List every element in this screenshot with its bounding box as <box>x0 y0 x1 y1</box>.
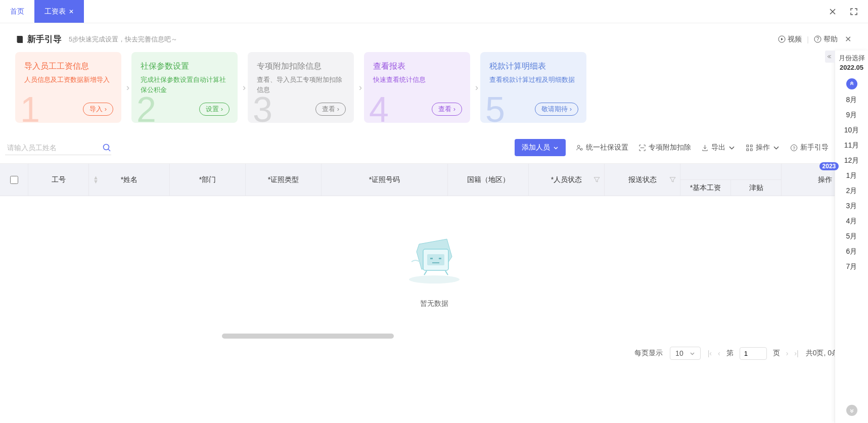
next-page-icon[interactable]: › <box>786 349 789 357</box>
col-allowance[interactable]: 津贴 <box>731 180 781 196</box>
last-page-icon[interactable]: ›| <box>794 349 798 357</box>
table-header: 工号 ▲▼ *姓名 *部门 *证照类型 *证照号码 国籍（地区） *人员状态 报… <box>0 164 868 196</box>
month-item[interactable]: 10月 <box>841 125 862 136</box>
svg-point-5 <box>580 148 582 150</box>
search-input[interactable] <box>5 140 102 155</box>
col-dept[interactable]: *部门 <box>170 164 246 196</box>
col-checkbox <box>0 164 28 196</box>
book-icon <box>15 35 24 44</box>
step-2-btn[interactable]: 设置 <box>199 103 230 116</box>
chevron-down-icon <box>690 351 695 356</box>
table: 工号 ▲▼ *姓名 *部门 *证照类型 *证照号码 国籍（地区） *人员状态 报… <box>0 163 868 339</box>
col-nationality[interactable]: 国籍（地区） <box>448 164 529 196</box>
step-4-btn[interactable]: 查看 <box>432 103 462 116</box>
per-page-value: 10 <box>675 349 683 357</box>
per-page-select[interactable]: 10 <box>670 347 701 360</box>
play-icon <box>778 35 786 43</box>
step-4-desc: 快速查看统计信息 <box>373 75 461 85</box>
month-current: 2022.05 <box>840 64 863 71</box>
scan-icon <box>638 144 646 152</box>
svg-rect-6 <box>747 145 749 147</box>
filter-icon[interactable] <box>593 176 600 183</box>
month-item[interactable]: 9月 <box>843 110 860 121</box>
tab-salary-label: 工资表 <box>44 7 66 16</box>
empty-text: 暂无数据 <box>420 299 448 308</box>
month-item[interactable]: 6月 <box>843 246 860 257</box>
video-link[interactable]: 视频 <box>778 35 802 44</box>
col-salary-group: *基本工资 津贴 <box>680 164 782 196</box>
col-id[interactable]: 工号 <box>28 164 89 196</box>
per-page-label: 每页显示 <box>634 349 663 358</box>
search-wrap <box>5 140 111 155</box>
operate-button[interactable]: 操作 <box>746 143 780 152</box>
operate-label: 操作 <box>756 143 770 152</box>
step-1-num: 1 <box>20 89 40 130</box>
col-person-status[interactable]: *人员状态 <box>529 164 605 196</box>
toolbar-right: 添加人员 统一社保设置 专项附加扣除 导出 操作 ? <box>515 139 863 156</box>
search-icon[interactable] <box>102 143 111 152</box>
guide-link-button[interactable]: ? 新手引导 <box>790 143 829 152</box>
grid-icon <box>746 144 753 152</box>
month-item[interactable]: 1月 <box>843 170 860 181</box>
add-person-button[interactable]: 添加人员 <box>515 139 566 156</box>
svg-point-4 <box>577 145 580 148</box>
export-button[interactable]: 导出 <box>701 143 736 152</box>
guide-header: 新手引导 5步快速完成设置，快去完善信息吧～ 视频 | ? 帮助 ✕ <box>15 33 853 45</box>
step-3-num: 3 <box>253 89 272 130</box>
video-label: 视频 <box>788 35 802 44</box>
svg-rect-14 <box>427 254 444 265</box>
top-bar: 首页 工资表 ✕ <box>0 0 868 23</box>
col-name-label: *姓名 <box>121 175 138 184</box>
page-input[interactable] <box>740 347 767 360</box>
step-card-1: 导入员工工资信息 人员信息及工资数据新增导入 1 导入 <box>15 52 121 123</box>
help-link[interactable]: ? 帮助 <box>814 35 838 44</box>
col-idtype[interactable]: *证照类型 <box>246 164 322 196</box>
prev-page-icon[interactable]: ‹ <box>718 349 720 357</box>
month-item[interactable]: 11月 <box>841 140 862 151</box>
guide-panel: 新手引导 5步快速完成设置，快去完善信息吧～ 视频 | ? 帮助 ✕ 导入员工工… <box>15 33 853 123</box>
col-base-salary[interactable]: *基本工资 <box>680 180 731 196</box>
col-idnum[interactable]: *证照号码 <box>322 164 448 196</box>
close-icon[interactable] <box>826 5 840 19</box>
collapse-month-icon[interactable] <box>825 51 835 63</box>
tab-salary[interactable]: 工资表 ✕ <box>34 0 84 23</box>
tab-home[interactable]: 首页 <box>0 0 34 23</box>
fullscreen-icon[interactable] <box>847 5 861 19</box>
step-5-btn[interactable]: 敬请期待 <box>535 103 578 116</box>
step-2-title: 社保参数设置 <box>141 61 229 72</box>
step-4-num: 4 <box>369 89 389 130</box>
step-1-btn[interactable]: 导入 <box>83 103 113 116</box>
guide-title: 新手引导 <box>15 33 62 45</box>
month-item[interactable]: 2月 <box>843 185 860 197</box>
month-item[interactable]: 12月 <box>841 155 862 166</box>
step-2-num: 2 <box>136 89 156 130</box>
close-icon[interactable]: ✕ <box>69 8 74 15</box>
filter-icon[interactable] <box>669 176 676 183</box>
col-rstatus-label: 报送状态 <box>628 175 657 184</box>
month-item[interactable]: 4月 <box>843 216 860 227</box>
month-item[interactable]: 7月 <box>843 261 860 272</box>
guide-link-label: 新手引导 <box>800 143 829 152</box>
empty-state: 暂无数据 <box>0 196 868 328</box>
svg-rect-7 <box>750 145 752 147</box>
first-page-icon[interactable]: |‹ <box>708 349 712 357</box>
month-item[interactable]: 3月 <box>843 201 860 212</box>
step-3-btn[interactable]: 查看 <box>315 103 346 116</box>
export-icon <box>701 144 709 152</box>
month-scroll-up-icon[interactable] <box>846 78 857 89</box>
horizontal-scrollbar[interactable] <box>222 334 394 339</box>
step-cards: 导入员工工资信息 人员信息及工资数据新增导入 1 导入 ›› 社保参数设置 完成… <box>15 52 853 123</box>
svg-text:?: ? <box>816 36 819 42</box>
col-name[interactable]: ▲▼ *姓名 <box>89 164 170 196</box>
month-item[interactable]: 8月 <box>843 95 860 106</box>
select-all-checkbox[interactable] <box>10 176 18 184</box>
unified-social-label: 统一社保设置 <box>586 143 628 152</box>
svg-rect-16 <box>439 258 441 259</box>
month-item[interactable]: 5月 <box>843 231 860 242</box>
sort-icon[interactable]: ▲▼ <box>93 176 99 183</box>
step-card-5: 税款计算明细表 查看税款计算过程及明细数据 5 敬请期待 <box>480 52 586 123</box>
special-deduct-button[interactable]: 专项附加扣除 <box>638 143 691 152</box>
unified-social-button[interactable]: 统一社保设置 <box>576 143 628 152</box>
guide-close-icon[interactable]: ✕ <box>843 34 853 44</box>
col-report-status[interactable]: 报送状态 <box>605 164 680 196</box>
